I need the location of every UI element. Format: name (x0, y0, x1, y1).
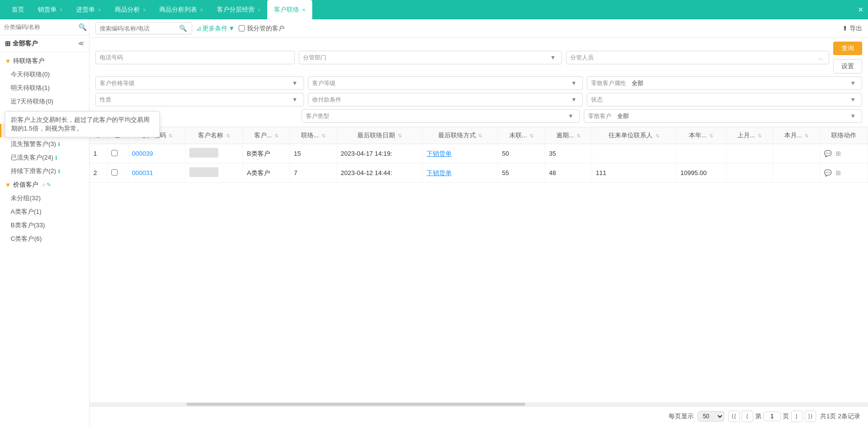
sidebar-item-7days[interactable]: 近7天待联络(0) (0, 95, 89, 108)
department-field[interactable]: 分管部门 ▼ (299, 51, 562, 64)
th-last-month[interactable]: 上月... ⇅ (726, 127, 773, 144)
gender-field[interactable]: 性质 ▼ (95, 93, 304, 106)
pending-contact-title[interactable]: ▼ 待联络客户 (0, 54, 89, 68)
b-class-label: B类客户(33) (11, 221, 45, 229)
row1-last-contact-way[interactable]: 下销货单 (422, 144, 498, 163)
row2-chat-icon[interactable]: 💬 (824, 169, 832, 176)
sidebar-item-tomorrow[interactable]: 明天待联络(1) (0, 81, 89, 95)
window-close-button[interactable]: × (858, 5, 863, 15)
first-page-button[interactable]: ⟨⟨ (728, 411, 740, 422)
row2-check[interactable] (111, 169, 118, 176)
customer-type-field[interactable]: 客户类型 ▼ (302, 109, 580, 123)
th-contact[interactable]: 联络... ⇅ (289, 127, 336, 144)
sidebar-item-c-class[interactable]: C类客户(6) (0, 232, 89, 246)
row2-name-masked (189, 167, 218, 177)
sidebar-item-already-lost[interactable]: 已流失客户(24) ℹ (0, 151, 89, 164)
my-customers-checkbox[interactable] (239, 25, 245, 31)
row1-chat-icon[interactable]: 💬 (824, 150, 832, 157)
scrollbar-thumb[interactable] (186, 403, 525, 406)
page-number-input[interactable] (763, 411, 781, 421)
retail-attr-field[interactable]: 零散客户属性 全部 ▼ (587, 76, 862, 90)
th-this-year[interactable]: 本年... ⇅ (676, 127, 726, 144)
row1-check[interactable] (111, 150, 118, 156)
status-field[interactable]: 状态 ▼ (587, 93, 862, 106)
sidebar-item-ungrouped[interactable]: 未分组(32) (0, 191, 89, 205)
info-icon-already-lost[interactable]: ℹ (55, 155, 57, 161)
value-customer-section-title[interactable]: ▼ 价值客户 ○ ✎ (0, 178, 89, 191)
close-product-analysis-list-icon[interactable]: × (200, 7, 203, 13)
th-last-contact-way[interactable]: 最后联络方式 ⇅ (422, 127, 498, 144)
sort-this-month-icon: ⇅ (805, 133, 808, 138)
total-label: 共1页 2条记录 (820, 412, 860, 421)
my-customers-checkbox-group: 我分管的客户 (239, 24, 285, 33)
row2-last-contact-way[interactable]: 下销货单 (422, 163, 498, 183)
sort-date-icon: ⇅ (398, 133, 402, 138)
sidebar-item-declining[interactable]: 持续下滑客户(2) ℹ (0, 164, 89, 178)
manager-more-icon[interactable]: ... (818, 54, 823, 61)
customer-level-dropdown-icon: ▼ (571, 80, 577, 87)
manager-field[interactable]: 分管人员 ... (566, 51, 829, 64)
main-search-icon[interactable]: 🔍 (179, 25, 187, 32)
sidebar-all-customers[interactable]: ⊞ 全部客户 ≪ (0, 35, 89, 52)
close-customer-seg-icon[interactable]: × (258, 7, 260, 13)
close-product-analysis-icon[interactable]: × (143, 7, 146, 13)
row2-this-year: 10995.00 (676, 163, 726, 183)
next-page-button[interactable]: ⟩ (791, 411, 803, 422)
tab-customer-contact[interactable]: 客户联络 × (267, 0, 312, 19)
row2-name[interactable] (185, 163, 243, 183)
tab-purchase[interactable]: 进货单 × (69, 0, 107, 19)
tab-customer-segmentation[interactable]: 客户分层经营 × (210, 0, 267, 19)
customer-level-field[interactable]: 客户等级 ▼ (308, 76, 583, 90)
filter-row-1: 电话号码 分管部门 ▼ 分管人员 ... 查询 设置 (95, 42, 862, 73)
export-button[interactable]: ⬆ 导出 (842, 24, 862, 33)
action-buttons: 查询 设置 (833, 42, 862, 73)
horizontal-scrollbar[interactable] (90, 402, 868, 406)
row1-name[interactable] (185, 144, 243, 163)
row2-code[interactable]: 000031 (128, 163, 185, 183)
last-page-button[interactable]: ⟩⟩ (805, 411, 816, 422)
row2-contact: 7 (289, 163, 336, 183)
close-sales-icon[interactable]: × (60, 7, 62, 13)
sidebar-item-lost-preview[interactable]: 流失预警客户(3) ℹ (0, 137, 89, 151)
tab-product-analysis-list[interactable]: 商品分析列表 × (152, 0, 210, 19)
edit-value-icon[interactable]: ✎ (46, 182, 51, 188)
page-size-select[interactable]: 50 100 (698, 411, 724, 422)
phone-field[interactable]: 电话号码 (95, 51, 295, 64)
retail-customer-field[interactable]: 零散客户 全部 ▼ (584, 109, 862, 123)
price-level-field[interactable]: 客户价格等级 ▼ (95, 76, 304, 90)
th-company-contact[interactable]: 往来单位联系人 ⇅ (592, 127, 676, 144)
row2-grid-icon[interactable]: ⊞ (836, 169, 841, 176)
sidebar-search-icon[interactable]: 🔍 (78, 23, 87, 31)
customer-type-dropdown-icon: ▼ (568, 113, 574, 119)
info-icon-lost[interactable]: ℹ (58, 141, 60, 147)
th-level[interactable]: 客户... ⇅ (243, 127, 290, 144)
row1-contact-way-link[interactable]: 下销货单 (426, 150, 452, 157)
close-purchase-icon[interactable]: × (98, 7, 101, 13)
th-last-contact-date[interactable]: 最后联络日期 ⇅ (336, 127, 422, 144)
tab-home[interactable]: 首页 (5, 0, 31, 19)
sidebar-item-today[interactable]: 今天待联络(0) (0, 68, 89, 81)
th-name[interactable]: 客户名称 ⇅ (185, 127, 243, 144)
more-conditions-button[interactable]: ⊿ 更多条件 ▼ (196, 24, 235, 33)
th-this-month[interactable]: 本月... ⇅ (773, 127, 820, 144)
row1-code[interactable]: 000039 (128, 144, 185, 163)
settings-button[interactable]: 设置 (833, 59, 862, 73)
sidebar-search-input[interactable] (4, 24, 76, 30)
sidebar-item-a-class[interactable]: A类客户(1) (0, 205, 89, 219)
tab-product-analysis[interactable]: 商品分析 × (108, 0, 152, 19)
th-overdue[interactable]: 逾期... ⇅ (545, 127, 592, 144)
department-dropdown-icon: ▼ (550, 54, 556, 61)
refresh-icon[interactable]: ○ (42, 182, 46, 188)
sidebar-item-b-class[interactable]: B类客户(33) (0, 219, 89, 232)
prev-page-button[interactable]: ⟨ (742, 411, 753, 422)
main-search-input[interactable] (100, 25, 177, 32)
info-icon-declining[interactable]: ℹ (58, 168, 60, 175)
tab-sales[interactable]: 销货单 × (31, 0, 69, 19)
payment-field[interactable]: 收付款条件 ▼ (308, 93, 583, 106)
row2-contact-way-link[interactable]: 下销货单 (426, 169, 452, 176)
sidebar-collapse-icon[interactable]: ≪ (78, 40, 84, 47)
query-button[interactable]: 查询 (833, 42, 862, 55)
close-customer-contact-icon[interactable]: × (302, 7, 305, 13)
th-not-contact[interactable]: 未联... ⇅ (498, 127, 545, 144)
row1-grid-icon[interactable]: ⊞ (836, 150, 841, 157)
